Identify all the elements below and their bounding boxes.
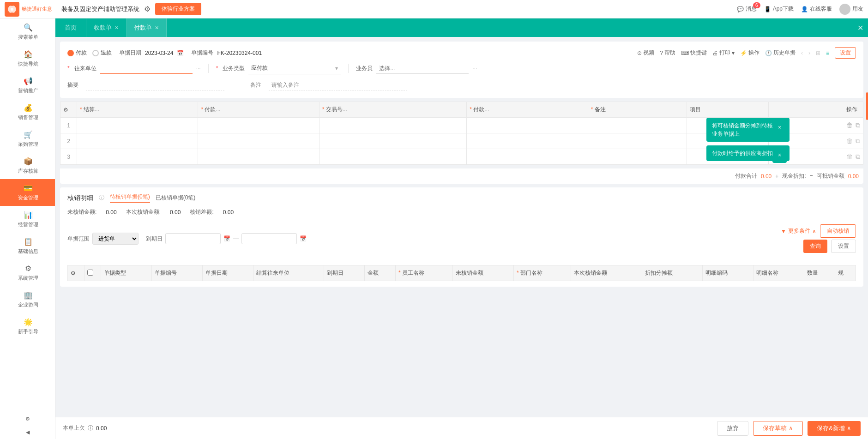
tab-receipt[interactable]: 收款单 ✕ (86, 18, 127, 37)
toolbar-print[interactable]: 🖨 打印 ▾ (712, 49, 735, 57)
operations-icon: 📊 (24, 210, 33, 219)
row-3-transaction-num[interactable] (319, 149, 467, 165)
operations-tb-label: 操作 (748, 49, 760, 57)
filter-end-date-icon[interactable]: 📅 (300, 235, 307, 242)
sidebar-item-sales[interactable]: 💰 销售管理 (0, 99, 55, 126)
radio-refund[interactable]: 退款 (92, 49, 112, 57)
row-2-copy-icon[interactable]: ⧉ (856, 137, 860, 145)
message-icon-item[interactable]: 💬 消息 6 (737, 5, 757, 13)
logo-icon (5, 2, 19, 17)
th-settings[interactable]: ⚙ (60, 102, 77, 118)
sidebar-item-enterprise[interactable]: 🏢 企业协同 (0, 286, 55, 313)
row-2-delete-icon[interactable]: 🗑 (846, 137, 853, 145)
row-2-payment-amount[interactable] (467, 133, 588, 149)
row-2-transaction-num[interactable] (319, 133, 467, 149)
from-party-more-icon[interactable]: ··· (196, 65, 201, 72)
radio-payment[interactable]: 付款 (67, 49, 87, 57)
row-1-copy-icon[interactable]: ⧉ (856, 121, 860, 129)
top-settings-icon[interactable]: ⚙ (144, 5, 151, 13)
toolbar-video[interactable]: ⊙ 视频 (637, 49, 654, 57)
filter-doc-type-label: 单据范围 (67, 235, 90, 243)
sidebar-item-inventory[interactable]: 📦 库存核算 (0, 152, 55, 179)
note-input[interactable] (269, 80, 407, 90)
detail-th-checkbox[interactable] (84, 265, 101, 281)
staff-more-icon[interactable]: ··· (472, 65, 477, 72)
toolbar-grid-icon[interactable]: ⊞ (816, 50, 820, 56)
filter-start-date-input[interactable] (165, 233, 221, 244)
settings-button[interactable]: 设置 (835, 47, 856, 59)
sidebar-settings-btn[interactable]: ⚙ (0, 412, 55, 426)
verify-info-icon[interactable]: ⓘ (99, 194, 104, 202)
row-3-settlement[interactable] (77, 149, 198, 165)
detail-th-settle-party: 结算往来单位 (253, 265, 324, 281)
tab-home[interactable]: 首页 (55, 18, 86, 37)
row-1-settlement[interactable] (77, 118, 198, 133)
sidebar-item-operations[interactable]: 📊 经营管理 (0, 206, 55, 233)
sidebar-collapse-btn[interactable]: ◀ (0, 426, 55, 439)
verify-tab-pending[interactable]: 待核销单据(0笔) (110, 193, 150, 203)
row-1-payment-amount[interactable] (467, 118, 588, 133)
tab-payment[interactable]: 付款单 ✕ (127, 18, 167, 37)
from-party-input[interactable] (100, 63, 193, 74)
sidebar-item-search-menu[interactable]: 🔍 搜索菜单 (0, 18, 55, 45)
staff-input[interactable] (376, 63, 469, 74)
more-filter-btn[interactable]: ▼ 更多条件 ∧ (781, 224, 816, 238)
filter-end-date-input[interactable] (241, 233, 297, 244)
user-item[interactable]: 用友 (839, 4, 863, 15)
toolbar-nav-right[interactable]: › (808, 50, 810, 56)
sidebar-item-purchase[interactable]: 🛒 采购管理 (0, 126, 55, 152)
detail-th-unit: 规 (835, 265, 856, 281)
tab-payment-close[interactable]: ✕ (155, 25, 159, 31)
filter-doc-type-select[interactable]: 进货单 (92, 233, 139, 245)
discard-button[interactable]: 放弃 (717, 421, 748, 436)
toolbar-history[interactable]: 🕐 历史单据 (765, 49, 796, 57)
verify-tab-done[interactable]: 已核销单据(0笔) (156, 194, 196, 202)
sidebar: 🔍 搜索菜单 🏠 快捷导航 📢 营销推广 💰 销售管理 🛒 采购管理 📦 (0, 18, 55, 439)
row-1-transaction-num[interactable] (319, 118, 467, 133)
save-draft-button[interactable]: 保存草稿 ∧ (753, 421, 803, 436)
row-2-settlement[interactable] (77, 133, 198, 149)
online-service-item[interactable]: 👤 在线客服 (801, 5, 832, 13)
row-1-note[interactable] (588, 118, 687, 133)
filter-due-date-label: 到期日 (146, 235, 163, 243)
sidebar-item-funds[interactable]: 💳 资金管理 (0, 179, 55, 206)
row-3-note[interactable] (588, 149, 687, 165)
query-button[interactable]: 查询 (803, 240, 827, 253)
select-all-checkbox[interactable] (87, 270, 93, 276)
toolbar-list-icon[interactable]: ≡ (826, 50, 829, 56)
sidebar-item-marketing[interactable]: 📢 营销推广 (0, 72, 55, 99)
auto-verify-button[interactable]: 自动核销 (820, 224, 856, 238)
toolbar-nav-left[interactable]: ‹ (801, 50, 803, 56)
tab-bar-close-btn[interactable]: ✕ (857, 24, 863, 32)
row-3-copy-icon[interactable]: ⧉ (856, 153, 860, 161)
row-2-note[interactable] (588, 133, 687, 149)
sidebar-item-basic-info[interactable]: 📋 基础信息 (0, 233, 55, 259)
toolbar-help[interactable]: ? 帮助 (660, 49, 675, 57)
user-avatar (839, 4, 850, 15)
content-area: 首页 收款单 ✕ 付款单 ✕ ✕ (55, 18, 868, 439)
sidebar-item-system[interactable]: ⚙ 系统管理 (0, 259, 55, 286)
sidebar-item-new-guide[interactable]: 🌟 新手引导 (0, 313, 55, 340)
detail-th-settings[interactable]: ⚙ (68, 265, 84, 281)
row-3-payment-amount[interactable] (467, 149, 588, 165)
experience-btn[interactable]: 体验行业方案 (155, 3, 201, 15)
remark-input[interactable] (86, 80, 224, 90)
date-icon[interactable]: 📅 (177, 50, 184, 56)
row-1-payment-account[interactable] (198, 118, 319, 133)
toolbar-shortcut[interactable]: ⌨ 快捷键 (681, 49, 707, 57)
row-3-delete-icon[interactable]: 🗑 (846, 153, 853, 161)
tooltip-1-close[interactable]: × (772, 120, 787, 135)
biz-type-select[interactable]: 应付款 ▾ (248, 62, 341, 74)
toolbar-operations[interactable]: ⚡ 操作 (740, 49, 760, 57)
verify-settings-button[interactable]: 设置 (831, 240, 856, 253)
history-icon: 🕐 (765, 50, 772, 56)
save-new-button[interactable]: 保存&新增 ∧ (808, 421, 861, 436)
app-download-item[interactable]: 📱 App下载 (764, 5, 794, 13)
tab-receipt-close[interactable]: ✕ (115, 25, 119, 31)
row-3-payment-account[interactable] (198, 149, 319, 165)
tooltip-2-close[interactable]: × (772, 147, 787, 163)
row-1-delete-icon[interactable]: 🗑 (846, 121, 853, 129)
sidebar-item-quick-nav[interactable]: 🏠 快捷导航 (0, 45, 55, 72)
filter-start-date-icon[interactable]: 📅 (223, 235, 230, 242)
row-2-payment-account[interactable] (198, 133, 319, 149)
